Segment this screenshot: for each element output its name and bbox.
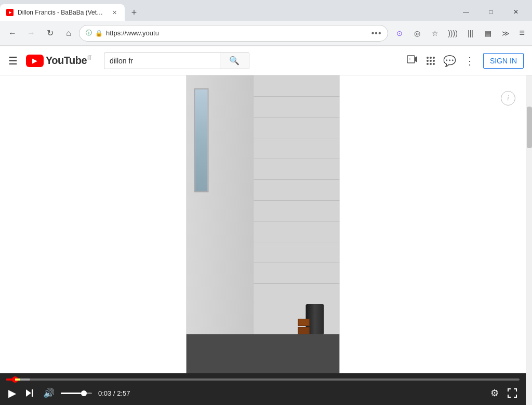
address-bar[interactable]: ⓘ 🔒 https://www.youtu •••	[79, 25, 388, 42]
play-button[interactable]: ▶	[6, 385, 18, 401]
country-code: IT	[87, 55, 91, 61]
floor	[187, 334, 340, 373]
page-background: i	[0, 75, 526, 373]
page-content: i	[0, 75, 532, 405]
volume-track	[61, 393, 92, 394]
pocket-icon[interactable]: ⊙	[392, 26, 407, 41]
window-controls: — □ ✕	[454, 4, 532, 21]
volume-thumb	[81, 390, 87, 396]
window-element	[194, 88, 209, 192]
scrollbar-thumb[interactable]	[527, 107, 532, 148]
youtube-logo-text: YouTubeIT	[46, 55, 91, 67]
youtube-page: ☰ YouTubeIT 🔍 💬 ⋮	[0, 46, 532, 405]
new-tab-button[interactable]: +	[127, 5, 141, 20]
corner-boxes	[298, 319, 310, 334]
url-display[interactable]: https://www.youtu	[106, 29, 368, 37]
youtube-header: ☰ YouTubeIT 🔍 💬 ⋮	[0, 46, 532, 75]
youtube-logo[interactable]: YouTubeIT	[26, 55, 91, 67]
search-bar[interactable]: 🔍	[104, 53, 249, 69]
more-options-icon[interactable]: ⋮	[464, 55, 475, 67]
close-button[interactable]: ✕	[504, 4, 528, 20]
controls-row: ▶ 🔊 0:03 / 2:57	[6, 385, 520, 401]
search-input[interactable]	[104, 57, 220, 65]
messages-icon[interactable]: 💬	[443, 55, 456, 67]
video-frame	[187, 75, 340, 373]
home-button[interactable]: ⌂	[60, 25, 77, 42]
left-wall	[187, 75, 254, 373]
toolbar-icons: ⊙ ◎ ☆ )))) ||| ▤ ≫ ≡	[392, 25, 528, 41]
tab-bar: Dillon Francis - BaBaBa (Vete P ✕ + — □ …	[0, 0, 532, 21]
url-more-button[interactable]: •••	[371, 29, 382, 38]
page-scrollbar[interactable]	[526, 75, 532, 405]
svg-rect-0	[407, 56, 415, 63]
main-content: i	[0, 75, 526, 405]
tab-title: Dillon Francis - BaBaBa (Vete P	[18, 9, 106, 16]
video-controls-bar: ▶ 🔊 0:03 / 2:57	[0, 373, 526, 405]
time-display: 0:03 / 2:57	[98, 389, 130, 397]
hamburger-menu-button[interactable]: ☰	[8, 55, 18, 67]
bookmarks-library-icon[interactable]: |||	[463, 26, 477, 41]
youtube-logo-icon	[26, 55, 44, 67]
more-tools-button[interactable]: ≫	[498, 26, 513, 41]
back-button[interactable]: ←	[4, 25, 21, 42]
svg-marker-3	[26, 389, 31, 397]
svg-rect-4	[32, 389, 33, 397]
settings-button[interactable]: ⚙	[488, 385, 501, 401]
browser-toolbar: ← → ↻ ⌂ ⓘ 🔒 https://www.youtu ••• ⊙ ◎ ☆ …	[0, 21, 532, 46]
minimize-button[interactable]: —	[454, 4, 478, 20]
bookmark-icon[interactable]: ☆	[428, 26, 442, 41]
upload-video-icon[interactable]	[406, 53, 418, 69]
fullscreen-button[interactable]	[505, 386, 520, 400]
maximize-button[interactable]: □	[479, 4, 503, 20]
search-button[interactable]: 🔍	[220, 53, 249, 69]
menu-button[interactable]: ≡	[516, 25, 528, 41]
rss-icon[interactable]: ))))	[445, 26, 460, 41]
progress-buffer	[15, 378, 31, 381]
progress-track[interactable]	[6, 378, 520, 381]
progress-fill	[6, 378, 15, 381]
info-icon: ⓘ	[86, 29, 92, 37]
lock-icon: 🔒	[95, 30, 103, 37]
next-button[interactable]	[22, 386, 37, 400]
active-tab[interactable]: Dillon Francis - BaBaBa (Vete P ✕	[0, 4, 125, 21]
volume-slider[interactable]	[61, 389, 92, 397]
reader-view-icon[interactable]: ▤	[481, 26, 495, 41]
progress-area[interactable]	[6, 376, 520, 385]
header-right: 💬 ⋮ SIGN IN	[406, 53, 524, 69]
tab-close-button[interactable]: ✕	[110, 8, 118, 17]
info-overlay-icon[interactable]: i	[501, 91, 515, 106]
reload-button[interactable]: ↻	[42, 25, 58, 42]
volume-fill	[61, 393, 81, 394]
sign-in-button[interactable]: SIGN IN	[483, 53, 524, 69]
tab-favicon	[6, 9, 14, 16]
volume-button[interactable]: 🔊	[41, 385, 57, 401]
shield-icon[interactable]: ◎	[410, 26, 424, 41]
forward-button: →	[23, 25, 39, 42]
browser-chrome: Dillon Francis - BaBaBa (Vete P ✕ + — □ …	[0, 0, 532, 46]
apps-icon[interactable]	[427, 57, 435, 65]
right-wall	[254, 75, 340, 373]
